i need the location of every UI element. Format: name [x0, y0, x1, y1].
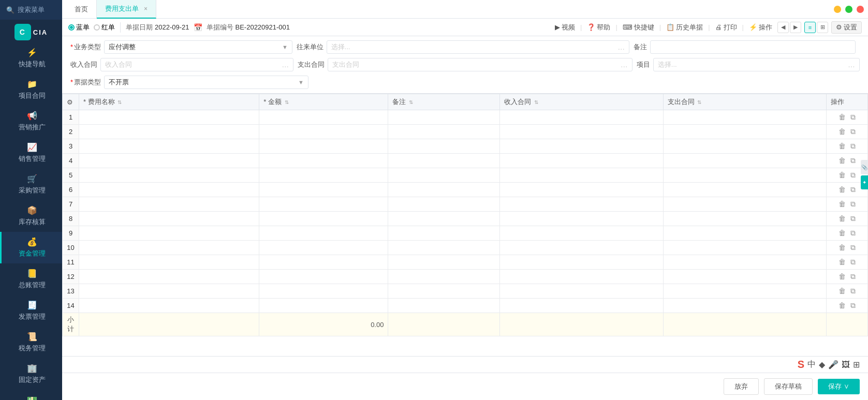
cell-expense-contract[interactable] — [663, 212, 826, 226]
calendar-icon[interactable]: 📅 — [194, 23, 202, 32]
delete-row-icon[interactable]: 🗑 — [838, 171, 846, 179]
radio-red[interactable]: 红单 — [94, 23, 115, 32]
cell-remark[interactable] — [388, 154, 500, 168]
sidebar-item-assets[interactable]: 🏢 固定资产 — [0, 358, 62, 390]
cell-income-contract[interactable] — [500, 168, 663, 183]
copy-row-icon[interactable]: ⧉ — [850, 229, 856, 238]
delete-row-icon[interactable]: 🗑 — [838, 272, 846, 280]
sidebar-item-tax[interactable]: 📜 税务管理 — [0, 327, 62, 358]
income-contract-input[interactable]: 收入合同 … — [100, 58, 293, 71]
copy-row-icon[interactable]: ⧉ — [850, 156, 856, 165]
window-max-button[interactable] — [845, 6, 852, 13]
cell-remark[interactable] — [388, 212, 500, 226]
sort-expense-contract-icon[interactable]: ⇅ — [697, 99, 701, 105]
cell-expense-name[interactable] — [79, 299, 259, 313]
cell-remark[interactable] — [388, 284, 500, 299]
cell-income-contract[interactable] — [500, 110, 663, 125]
cell-expense-name[interactable] — [79, 255, 259, 270]
cell-expense-contract[interactable] — [663, 255, 826, 270]
cell-amount[interactable] — [259, 226, 388, 241]
delete-row-icon[interactable]: 🗑 — [838, 185, 846, 194]
brand-grid-icon[interactable]: ⊞ — [853, 360, 860, 369]
sidebar-item-ledger[interactable]: 📒 总账管理 — [0, 263, 62, 295]
copy-row-icon[interactable]: ⧉ — [850, 272, 856, 281]
brand-diamond-icon[interactable]: ◆ — [819, 360, 825, 369]
brand-image-icon[interactable]: 🖼 — [842, 360, 850, 369]
delete-row-icon[interactable]: 🗑 — [838, 229, 846, 237]
view-list-btn[interactable]: ≡ — [804, 22, 816, 33]
delete-row-icon[interactable]: 🗑 — [838, 113, 846, 121]
sidebar-item-project[interactable]: 📁 项目合同 — [0, 74, 62, 106]
cell-expense-contract[interactable] — [663, 110, 826, 125]
expense-contract-input[interactable]: 支出合同 … — [328, 58, 632, 71]
sidebar-item-purchase[interactable]: 🛒 采购管理 — [0, 169, 62, 200]
cell-amount[interactable] — [259, 270, 388, 284]
cell-income-contract[interactable] — [500, 197, 663, 212]
cell-remark[interactable] — [388, 241, 500, 255]
brand-zh-icon[interactable]: 中 — [807, 359, 816, 370]
view-grid-btn[interactable]: ⊞ — [817, 22, 828, 33]
project-dots-icon[interactable]: … — [848, 61, 855, 69]
th-expense-name[interactable]: * 费用名称 ⇅ — [79, 94, 259, 110]
sort-amount-icon[interactable]: ⇅ — [285, 99, 289, 105]
sort-remark-icon[interactable]: ⇅ — [409, 99, 413, 105]
tab-expense-close[interactable]: × — [144, 5, 148, 12]
print-btn[interactable]: 🖨 打印 — [713, 22, 739, 33]
th-remark[interactable]: 备注 ⇅ — [388, 94, 500, 110]
float-green-btn[interactable]: ✦ — [861, 175, 868, 189]
cell-expense-name[interactable] — [79, 183, 259, 197]
discard-button[interactable]: 放弃 — [724, 378, 759, 395]
sidebar-item-salary[interactable]: 💵 工资 — [0, 390, 62, 400]
cell-amount[interactable] — [259, 255, 388, 270]
history-btn[interactable]: 📋 历史单据 — [664, 22, 705, 33]
sidebar-item-inventory[interactable]: 📦 库存核算 — [0, 200, 62, 232]
sidebar-item-invoice[interactable]: 🧾 发票管理 — [0, 295, 62, 327]
cell-income-contract[interactable] — [500, 226, 663, 241]
cell-amount[interactable] — [259, 125, 388, 139]
cell-expense-contract[interactable] — [663, 299, 826, 313]
delete-row-icon[interactable]: 🗑 — [838, 287, 846, 295]
cell-income-contract[interactable] — [500, 241, 663, 255]
cell-amount[interactable] — [259, 183, 388, 197]
cell-expense-name[interactable] — [79, 226, 259, 241]
brand-mic-icon[interactable]: 🎤 — [828, 360, 838, 369]
cell-remark[interactable] — [388, 299, 500, 313]
cell-remark[interactable] — [388, 270, 500, 284]
cell-expense-contract[interactable] — [663, 226, 826, 241]
cell-expense-contract[interactable] — [663, 154, 826, 168]
cell-income-contract[interactable] — [500, 284, 663, 299]
sidebar-item-capital[interactable]: 💰 资金管理 — [0, 232, 62, 263]
copy-row-icon[interactable]: ⧉ — [850, 171, 856, 180]
cell-expense-name[interactable] — [79, 212, 259, 226]
th-expense-contract[interactable]: 支出合同 ⇅ — [663, 94, 826, 110]
cell-expense-contract[interactable] — [663, 241, 826, 255]
cell-expense-contract[interactable] — [663, 168, 826, 183]
biz-type-select[interactable]: 应付调整 ▼ — [104, 40, 292, 54]
tab-expense[interactable]: 费用支出单 × — [97, 0, 156, 19]
help-btn[interactable]: ❓ 帮助 — [585, 22, 612, 33]
cell-remark[interactable] — [388, 183, 500, 197]
table-container[interactable]: ⚙ * 费用名称 ⇅ * 金额 ⇅ 备注 ⇅ — [62, 94, 868, 356]
invoice-type-select[interactable]: 不开票 ▼ — [104, 76, 308, 89]
cell-amount[interactable] — [259, 299, 388, 313]
cell-remark[interactable] — [388, 139, 500, 154]
save-button[interactable]: 保存 ∨ — [818, 379, 860, 394]
cell-remark[interactable] — [388, 226, 500, 241]
cell-income-contract[interactable] — [500, 154, 663, 168]
cell-amount[interactable] — [259, 197, 388, 212]
sidebar-item-sales[interactable]: 📈 销售管理 — [0, 137, 62, 169]
nav-prev-btn[interactable]: ◀ — [777, 22, 789, 33]
cell-remark[interactable] — [388, 168, 500, 183]
cell-amount[interactable] — [259, 212, 388, 226]
cell-income-contract[interactable] — [500, 125, 663, 139]
sort-expense-name-icon[interactable]: ⇅ — [117, 99, 122, 105]
settings-button[interactable]: ⚙ 设置 — [831, 21, 862, 34]
copy-row-icon[interactable]: ⧉ — [850, 243, 856, 252]
remark-input[interactable] — [650, 40, 856, 54]
copy-row-icon[interactable]: ⧉ — [850, 287, 856, 295]
cell-expense-name[interactable] — [79, 125, 259, 139]
cell-expense-contract[interactable] — [663, 270, 826, 284]
cell-amount[interactable] — [259, 110, 388, 125]
tab-home[interactable]: 首页 — [66, 0, 97, 19]
th-income-contract[interactable]: 收入合同 ⇅ — [500, 94, 663, 110]
